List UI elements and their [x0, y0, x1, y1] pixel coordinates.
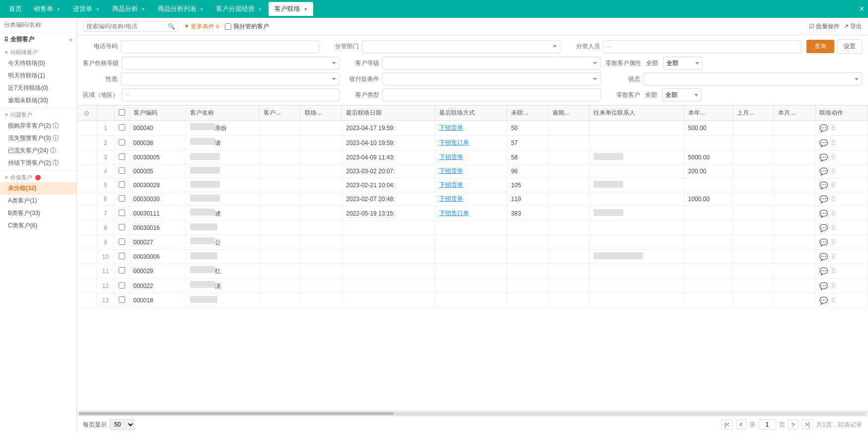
- my-customers-checkbox[interactable]: [225, 23, 231, 30]
- dots-region[interactable]: ···: [122, 88, 339, 101]
- sidebar-item-today[interactable]: 今天待联络(0): [0, 57, 76, 70]
- batch-ops-btn[interactable]: ☑ 批量操作: [809, 22, 840, 31]
- sidebar-search-input[interactable]: [4, 21, 77, 28]
- contact-icon[interactable]: 💬: [819, 181, 828, 189]
- row-checkbox-cell[interactable]: [114, 206, 129, 221]
- more-action-icon[interactable]: ⠿: [831, 195, 836, 203]
- first-page-btn[interactable]: |<: [721, 420, 733, 430]
- contact-icon[interactable]: 💬: [819, 282, 828, 290]
- tab-purchase-order[interactable]: 进货单 ×: [67, 2, 105, 16]
- all-customers-header[interactable]: ⠿ 全部客户 «: [0, 32, 76, 47]
- select-payment[interactable]: [382, 72, 601, 85]
- row-last-contact-way[interactable]: [435, 221, 507, 235]
- row-checkbox-cell[interactable]: [114, 164, 129, 178]
- close-tab-product[interactable]: ×: [142, 6, 145, 12]
- more-action-icon[interactable]: ⠿: [831, 139, 836, 147]
- row-last-contact-way[interactable]: [435, 279, 507, 293]
- scrollbar-thumb[interactable]: [79, 412, 394, 415]
- row-checkbox[interactable]: [119, 224, 125, 230]
- contact-icon[interactable]: 💬: [819, 238, 828, 246]
- sidebar-item-overdue[interactable]: 逾期未联络(30): [0, 94, 76, 107]
- row-checkbox-cell[interactable]: [114, 264, 129, 279]
- row-last-contact-way[interactable]: 下销售订单: [435, 136, 507, 150]
- input-cust-type[interactable]: [382, 88, 601, 101]
- next-page-btn[interactable]: >: [788, 420, 799, 430]
- select-cust-level[interactable]: [382, 57, 601, 70]
- contact-icon[interactable]: 💬: [819, 124, 828, 132]
- select-status[interactable]: [643, 72, 862, 85]
- sidebar-item-a-class[interactable]: A类客户(1): [0, 195, 76, 207]
- sidebar-item-c-class[interactable]: C类客户(6): [0, 219, 76, 232]
- sidebar-item-tomorrow[interactable]: 明天待联络(1): [0, 70, 76, 82]
- more-action-icon[interactable]: ⠿: [831, 253, 836, 261]
- contact-icon[interactable]: 💬: [819, 153, 828, 161]
- select-all-checkbox[interactable]: [119, 109, 125, 116]
- prev-page-btn[interactable]: <: [736, 420, 746, 430]
- tab-customer-contact[interactable]: 客户联络 ×: [268, 2, 313, 16]
- tab-customer-tier[interactable]: 客户分层经营 ×: [210, 2, 267, 16]
- more-action-icon[interactable]: ⠿: [831, 296, 836, 304]
- more-conditions-btn[interactable]: ▼ 更多条件 ∨: [184, 22, 220, 31]
- tab-sales-order[interactable]: 销售单 ×: [28, 2, 66, 16]
- select-retail-cust[interactable]: 全部: [662, 88, 702, 101]
- close-tab-sales[interactable]: ×: [57, 6, 60, 12]
- more-action-icon[interactable]: ⠿: [831, 167, 836, 175]
- row-last-contact-way[interactable]: [435, 293, 507, 307]
- row-checkbox[interactable]: [119, 296, 125, 303]
- close-tab-contact[interactable]: ×: [304, 6, 307, 12]
- select-price-level[interactable]: [122, 57, 339, 70]
- row-last-contact-way[interactable]: [435, 250, 507, 264]
- contact-icon[interactable]: 💬: [819, 210, 828, 217]
- query-button[interactable]: 查询: [806, 40, 834, 53]
- row-last-contact-way[interactable]: 下销货单: [435, 164, 507, 178]
- more-action-icon[interactable]: ⠿: [831, 224, 836, 232]
- row-checkbox[interactable]: [119, 282, 125, 289]
- sidebar-item-churn-warning[interactable]: 流失预警客户(3) ⓘ: [0, 132, 76, 144]
- sidebar-collapse-btn[interactable]: «: [69, 36, 72, 43]
- horizontal-scrollbar[interactable]: [77, 411, 868, 416]
- row-checkbox-cell[interactable]: [114, 121, 129, 136]
- sidebar-item-declining[interactable]: 持续下滑客户(2) ⓘ: [0, 157, 76, 169]
- export-btn[interactable]: ↗ 导出: [844, 22, 862, 31]
- more-action-icon[interactable]: ⠿: [831, 124, 836, 132]
- row-checkbox[interactable]: [119, 238, 125, 245]
- row-checkbox-cell[interactable]: [114, 250, 129, 264]
- row-checkbox[interactable]: [119, 195, 125, 202]
- more-action-icon[interactable]: ⠿: [831, 282, 836, 290]
- contact-icon[interactable]: 💬: [819, 167, 828, 175]
- close-all-icon[interactable]: ×: [860, 4, 864, 13]
- close-tab-product-list[interactable]: ×: [200, 6, 203, 12]
- row-checkbox[interactable]: [119, 124, 125, 131]
- row-checkbox[interactable]: [119, 267, 125, 274]
- row-checkbox[interactable]: [119, 139, 125, 145]
- group-value-label[interactable]: ▼ 价值客户 🔴: [0, 172, 76, 182]
- sidebar-item-7days[interactable]: 近7天待联络(0): [0, 82, 76, 94]
- row-checkbox-cell[interactable]: [114, 192, 129, 206]
- row-last-contact-way[interactable]: 下销货单: [435, 178, 507, 192]
- contact-icon[interactable]: 💬: [819, 267, 828, 275]
- row-last-contact-way[interactable]: 下销货单: [435, 121, 507, 136]
- row-checkbox[interactable]: [119, 167, 125, 174]
- row-checkbox-cell[interactable]: [114, 178, 129, 192]
- row-checkbox[interactable]: [119, 210, 125, 216]
- more-action-icon[interactable]: ⠿: [831, 238, 836, 246]
- close-tab-customer-tier[interactable]: ×: [259, 6, 262, 12]
- row-last-contact-way[interactable]: 下销货单: [435, 150, 507, 164]
- row-checkbox-cell[interactable]: [114, 279, 129, 293]
- more-action-icon[interactable]: ⠿: [831, 153, 836, 161]
- row-checkbox[interactable]: [119, 153, 125, 160]
- row-checkbox-cell[interactable]: [114, 221, 129, 235]
- tab-product-list[interactable]: 商品分析列表 ×: [152, 2, 209, 16]
- tab-product-analysis[interactable]: 商品分析 ×: [106, 2, 151, 16]
- row-checkbox[interactable]: [119, 181, 125, 188]
- input-phone[interactable]: [121, 40, 319, 53]
- sidebar-item-b-class[interactable]: B类客户(33): [0, 207, 76, 219]
- row-checkbox-cell[interactable]: [114, 293, 129, 307]
- more-action-icon[interactable]: ⠿: [831, 210, 836, 217]
- close-tab-purchase[interactable]: ×: [96, 6, 99, 12]
- per-page-select[interactable]: 50 20 100: [110, 419, 135, 430]
- search-icon[interactable]: 🔍: [168, 23, 175, 30]
- select-dept[interactable]: [362, 40, 560, 53]
- contact-icon[interactable]: 💬: [819, 296, 828, 304]
- sidebar-item-churned[interactable]: 已流失客户(24) ⓘ: [0, 144, 76, 157]
